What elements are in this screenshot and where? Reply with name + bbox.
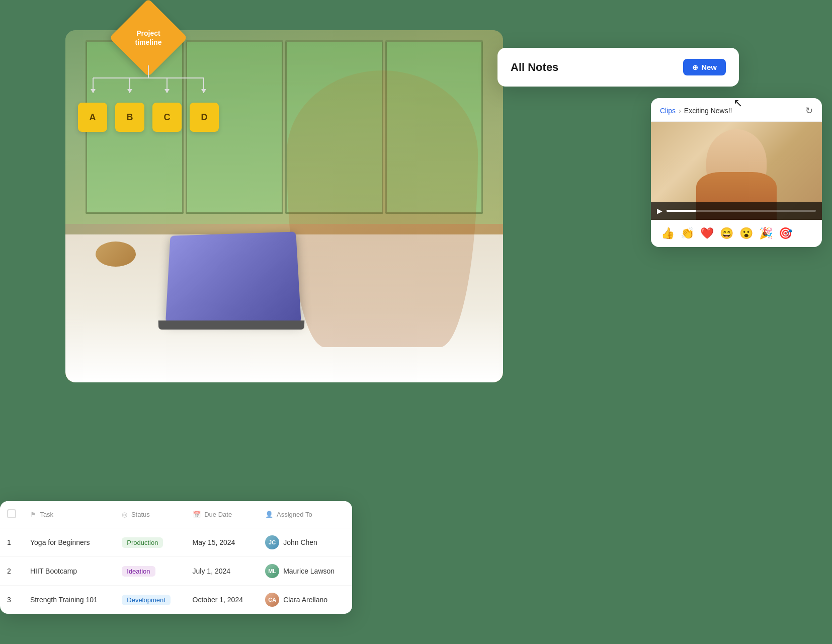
assignee-cell: CA Clara Arellano bbox=[265, 593, 345, 607]
row2-number: 2 bbox=[0, 557, 23, 586]
row1-status: Production bbox=[115, 528, 185, 557]
assignee-cell: JC John Chen bbox=[265, 535, 345, 549]
emoji-heart[interactable]: ❤️ bbox=[700, 227, 714, 240]
video-controls: ▶ bbox=[651, 202, 822, 220]
clips-link[interactable]: Clips bbox=[660, 107, 676, 115]
refresh-icon[interactable]: ↻ bbox=[805, 105, 813, 116]
clips-panel: Clips › Exciting News!! ↻ ▶ 👍 👏 ❤️ 😄 😮 🎉… bbox=[651, 98, 822, 247]
new-button-icon: ⊕ bbox=[692, 63, 698, 71]
new-button[interactable]: ⊕ New bbox=[683, 59, 726, 75]
col-status: ◎ Status bbox=[115, 501, 185, 528]
node-b: B bbox=[115, 103, 144, 132]
assignee-name: John Chen bbox=[283, 538, 317, 546]
table-row: 3 Strength Training 101 Development Octo… bbox=[0, 586, 352, 614]
assigned-to-header-label: Assigned To bbox=[277, 511, 312, 518]
new-button-label: New bbox=[701, 63, 717, 71]
flow-lines-svg bbox=[78, 65, 219, 101]
col-assigned-to: 👤 Assigned To bbox=[258, 501, 352, 528]
row1-task: Yoga for Beginners bbox=[23, 528, 115, 557]
status-badge: Production bbox=[122, 537, 163, 548]
emoji-party[interactable]: 🎉 bbox=[759, 227, 773, 240]
col-checkbox bbox=[0, 501, 23, 528]
due-date-header-label: Due Date bbox=[204, 511, 232, 518]
row2-due-date: July 1, 2024 bbox=[186, 557, 259, 586]
notes-panel: All Notes ⊕ New bbox=[497, 48, 739, 87]
status-header-icon: ◎ bbox=[122, 511, 127, 518]
row2-assignee: ML Maurice Lawson bbox=[258, 557, 352, 586]
clips-current: Exciting News!! bbox=[684, 107, 732, 115]
progress-bar[interactable] bbox=[667, 210, 816, 212]
row1-assignee: JC John Chen bbox=[258, 528, 352, 557]
assignee-name: Maurice Lawson bbox=[283, 567, 335, 575]
node-d: D bbox=[190, 103, 219, 132]
emoji-target[interactable]: 🎯 bbox=[779, 227, 792, 240]
col-task: ⚑ Task bbox=[23, 501, 115, 528]
avatar: ML bbox=[265, 564, 279, 578]
svg-marker-6 bbox=[91, 89, 96, 93]
emoji-reactions: 👍 👏 ❤️ 😄 😮 🎉 🎯 bbox=[651, 220, 822, 247]
row3-assignee: CA Clara Arellano bbox=[258, 586, 352, 614]
clips-breadcrumb: Clips › Exciting News!! bbox=[660, 107, 732, 115]
table-row: 1 Yoga for Beginners Production May 15, … bbox=[0, 528, 352, 557]
svg-marker-7 bbox=[127, 89, 132, 93]
row2-task: HIIT Bootcamp bbox=[23, 557, 115, 586]
col-due-date: 📅 Due Date bbox=[186, 501, 259, 528]
status-badge: Development bbox=[122, 595, 171, 605]
row1-number: 1 bbox=[0, 528, 23, 557]
progress-fill bbox=[667, 210, 696, 212]
avatar: CA bbox=[265, 593, 279, 607]
status-header-label: Status bbox=[131, 511, 150, 518]
assignee-cell: ML Maurice Lawson bbox=[265, 564, 345, 578]
emoji-clap[interactable]: 👏 bbox=[681, 227, 694, 240]
row3-number: 3 bbox=[0, 586, 23, 614]
emoji-laugh[interactable]: 😄 bbox=[720, 227, 733, 240]
emoji-thumbsup[interactable]: 👍 bbox=[661, 227, 675, 240]
row3-status: Development bbox=[115, 586, 185, 614]
row3-due-date: October 1, 2024 bbox=[186, 586, 259, 614]
task-header-icon: ⚑ bbox=[30, 511, 36, 518]
breadcrumb-sep: › bbox=[679, 107, 681, 115]
node-a: A bbox=[78, 103, 107, 132]
calendar-header-icon: 📅 bbox=[193, 511, 201, 518]
row2-status: Ideation bbox=[115, 557, 185, 586]
checkbox-header[interactable] bbox=[7, 509, 16, 518]
task-table-container: ⚑ Task ◎ Status 📅 Due Date 👤 Assigned To bbox=[0, 501, 352, 614]
emoji-wow[interactable]: 😮 bbox=[739, 227, 753, 240]
timeline-container: Projecttimeline A B C D bbox=[78, 10, 219, 132]
timeline-title: Projecttimeline bbox=[135, 29, 162, 47]
task-table: ⚑ Task ◎ Status 📅 Due Date 👤 Assigned To bbox=[0, 501, 352, 614]
person-header-icon: 👤 bbox=[265, 511, 273, 518]
status-badge: Ideation bbox=[122, 566, 155, 577]
assignee-name: Clara Arellano bbox=[283, 596, 327, 604]
table-row: 2 HIIT Bootcamp Ideation July 1, 2024 ML… bbox=[0, 557, 352, 586]
notes-title: All Notes bbox=[511, 61, 558, 74]
row3-task: Strength Training 101 bbox=[23, 586, 115, 614]
node-boxes: A B C D bbox=[78, 103, 219, 132]
task-header-label: Task bbox=[40, 511, 53, 518]
row1-due-date: May 15, 2024 bbox=[186, 528, 259, 557]
cursor: ↖ bbox=[733, 97, 742, 110]
svg-marker-8 bbox=[164, 89, 170, 93]
svg-marker-9 bbox=[201, 89, 206, 93]
avatar: JC bbox=[265, 535, 279, 549]
video-thumbnail[interactable]: ▶ bbox=[651, 122, 822, 220]
node-c: C bbox=[152, 103, 182, 132]
play-icon[interactable]: ▶ bbox=[657, 207, 662, 215]
